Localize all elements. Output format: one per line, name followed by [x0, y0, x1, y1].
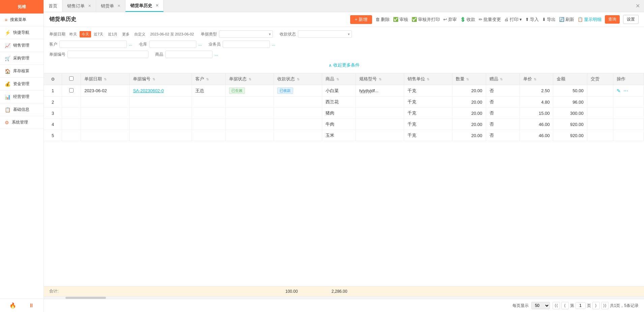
doc-no-link[interactable]: SA-20230602-0 [133, 88, 164, 93]
payment-status-select[interactable] [298, 30, 352, 38]
sort-goods-icon[interactable]: ⇅ [336, 77, 339, 81]
sidebar-item-fund-mgmt[interactable]: 💰 资金管理 [0, 78, 44, 90]
tab-sales-order[interactable]: 销售订单 ✕ [62, 0, 96, 12]
doc-no-input[interactable] [67, 51, 148, 58]
tab-sales-history-close[interactable]: ✕ [156, 3, 159, 8]
row-doc-no[interactable]: SA-20230602-0 [130, 85, 192, 97]
discard-button[interactable]: ↩ 弃审 [443, 17, 457, 23]
row-action[interactable] [613, 130, 644, 141]
customer-input[interactable] [59, 41, 127, 48]
sidebar-item-search-menu[interactable]: ≡ 搜索菜单 [0, 14, 44, 26]
refresh-button[interactable]: 🔄 刷新 [559, 17, 574, 23]
sort-paymentstatus-icon[interactable]: ⇅ [297, 77, 300, 81]
row-amount: 50.00 [553, 85, 587, 97]
row-action[interactable]: ✎ ⋯ [613, 85, 644, 97]
page-last-btn[interactable]: ⟩⟩ [601, 302, 609, 309]
date-tab-yesterday[interactable]: 昨天 [67, 31, 79, 37]
row-checkbox[interactable] [69, 88, 74, 93]
sort-price-icon[interactable]: ⇅ [534, 77, 536, 81]
sidebar-bottom-btn-2[interactable]: ⏸ [29, 303, 34, 309]
sort-spec-icon[interactable]: ⇅ [379, 77, 382, 81]
add-button[interactable]: + 新增 [350, 15, 372, 24]
collapse-filter-button[interactable]: ∧ 收起更多条件 [49, 61, 639, 70]
row-checkbox-cell[interactable] [62, 85, 81, 97]
sidebar-item-ops-mgmt[interactable]: 📊 经营管理 [0, 90, 44, 103]
edit-action-icon[interactable]: ✎ [617, 88, 621, 94]
goods-input[interactable] [165, 51, 213, 58]
tab-sales-order-close[interactable]: ✕ [88, 4, 91, 8]
sort-customer-icon[interactable]: ⇅ [206, 77, 209, 81]
sort-docstatus-icon[interactable]: ⇅ [249, 77, 251, 81]
sidebar-item-purchase-mgmt[interactable]: 🛒 采购管理 [0, 52, 44, 65]
row-checkbox-cell[interactable] [62, 119, 81, 130]
doc-type-select[interactable] [219, 30, 273, 38]
tab-sales-delivery[interactable]: 销货单 ✕ [96, 0, 125, 12]
col-date: 单据日期 ⇅ [81, 73, 130, 85]
sidebar-item-sys-mgmt[interactable]: ⚙ 系统管理 [0, 116, 44, 129]
tab-bar-close-all[interactable]: ✕ [632, 3, 644, 9]
select-all-checkbox[interactable] [69, 76, 74, 81]
date-tab-more[interactable]: 更多 [120, 31, 132, 37]
warehouse-picker-btn[interactable]: ... [198, 42, 202, 47]
scrollbar-thumb[interactable] [65, 297, 106, 299]
sort-unit-icon[interactable]: ⇅ [427, 77, 429, 81]
date-tab-custom[interactable]: 自定义 [132, 31, 147, 37]
sort-date-icon[interactable]: ⇅ [104, 77, 107, 81]
settings-button[interactable]: 设置 [623, 15, 639, 24]
audit-print-button[interactable]: ✅ 审核并打印 [412, 17, 440, 23]
show-detail-button[interactable]: 📋 显示明细 [578, 17, 601, 23]
tab-sales-delivery-close[interactable]: ✕ [117, 4, 120, 8]
tab-home[interactable]: 首页 [44, 0, 62, 12]
row-action[interactable] [613, 97, 644, 108]
warehouse-input[interactable] [149, 41, 196, 48]
print-button[interactable]: 🖨 打印 ▾ [504, 17, 522, 23]
query-button[interactable]: 查询 [605, 15, 620, 24]
row-action[interactable] [613, 119, 644, 130]
row-doc-no[interactable] [130, 108, 192, 119]
delete-button[interactable]: 🗑 删除 [375, 17, 390, 23]
page-first-btn[interactable]: ⟨⟨ [553, 302, 560, 309]
batch-change-button[interactable]: ✏ 批量变更 [479, 17, 501, 23]
row-doc-no[interactable] [130, 119, 192, 130]
sort-gift-icon[interactable]: ⇅ [500, 77, 503, 81]
sort-qty-icon[interactable]: ⇅ [466, 77, 469, 81]
page-next-btn[interactable]: ⟩ [592, 302, 600, 309]
row-action[interactable] [613, 108, 644, 119]
row-checkbox-cell[interactable] [62, 108, 81, 119]
staff-picker-btn[interactable]: ... [272, 42, 275, 47]
row-checkbox-cell[interactable] [62, 97, 81, 108]
row-checkbox-cell[interactable] [62, 130, 81, 141]
row-doc-no[interactable] [130, 130, 192, 141]
sidebar-bottom-btn-1[interactable]: 🔥 [9, 302, 16, 309]
horizontal-scrollbar[interactable] [44, 296, 644, 299]
customer-picker-btn[interactable]: ... [129, 42, 132, 47]
sidebar-item-basic-info[interactable]: 📋 基础信息 [0, 103, 44, 116]
date-tab-7days[interactable]: 近7天 [92, 31, 105, 37]
page-size-select[interactable]: 10 20 50 100 [531, 302, 550, 309]
collect-button[interactable]: 💲 收款 [460, 17, 475, 23]
import-button[interactable]: ⬆ 导入 [525, 17, 539, 23]
filter-goods: 商品 ... [155, 51, 218, 58]
tab-sales-history[interactable]: 销货单历史 ✕ [125, 0, 164, 12]
col-gear[interactable]: ⚙ [44, 73, 62, 85]
per-page-label: 每页显示 [512, 303, 529, 309]
table-footer: 合计: 100.00 2,286.00 [44, 286, 644, 296]
date-tab-today[interactable]: 今天 [80, 31, 91, 37]
row-payment-status: 已收款 [274, 85, 322, 97]
col-checkbox[interactable] [62, 73, 81, 85]
sidebar-item-quick-nav[interactable]: ⚡ 快捷导航 [0, 26, 44, 39]
tab-home-label: 首页 [49, 3, 57, 9]
row-doc-no[interactable] [130, 97, 192, 108]
audit-button[interactable]: ✅ 审核 [393, 17, 408, 23]
page-prev-btn[interactable]: ⟨ [561, 302, 569, 309]
sidebar-item-sales-mgmt[interactable]: 📈 销售管理 [0, 39, 44, 52]
more-action-icon[interactable]: ⋯ [623, 88, 628, 94]
goods-picker-btn[interactable]: ... [215, 52, 218, 57]
page-num-input[interactable] [576, 302, 586, 309]
staff-input[interactable] [223, 41, 270, 48]
date-tab-1month[interactable]: 近1月 [106, 31, 119, 37]
sidebar-item-inventory[interactable]: 🏠 库存核算 [0, 65, 44, 78]
export-button[interactable]: ⬇ 导出 [542, 17, 556, 23]
sort-docno-icon[interactable]: ⇅ [152, 77, 155, 81]
col-spec: 规格型号 ⇅ [356, 73, 404, 85]
